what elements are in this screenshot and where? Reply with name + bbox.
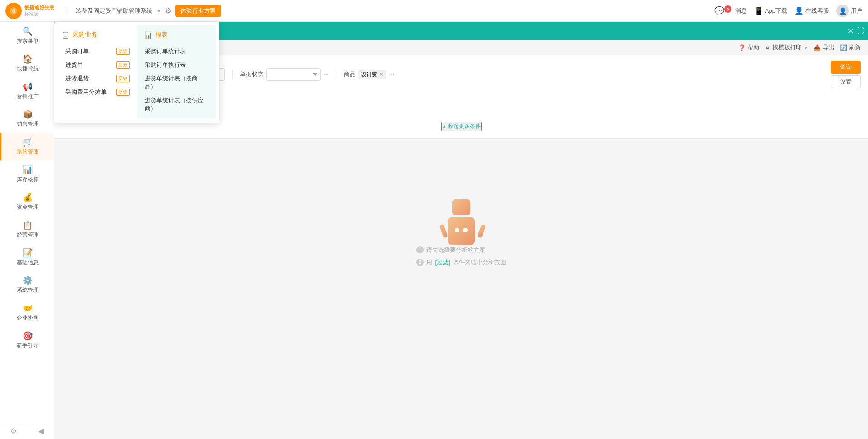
collapse-btn[interactable]: ∧ 收起更多条件: [441, 122, 482, 131]
purchase-order-label: 采购订单: [65, 47, 113, 55]
setting-btn[interactable]: 设置: [831, 75, 861, 88]
bottom-collapse-icon[interactable]: ◀: [38, 427, 44, 435]
system-title-dropdown[interactable]: ▼: [156, 8, 161, 14]
report-order-sum-label: 采购订单统计表: [145, 47, 209, 55]
purchase-icon: 🛒: [23, 137, 33, 147]
logo-area: 6 畅捷通好生意 标准版: [5, 3, 60, 19]
export-btn[interactable]: 📤 导出: [814, 44, 834, 52]
empty-state: 1 请先选择要分析的方案 2 用[过滤]条件来缩小分析范围: [54, 143, 868, 324]
message-badge: 5: [724, 5, 731, 13]
report-icon: 📊: [145, 31, 152, 39]
online-service-label: 在线客服: [805, 7, 829, 15]
logo-main-text: 畅捷通好生意: [24, 4, 54, 11]
user-btn[interactable]: 👤 用户: [836, 5, 863, 17]
tab-bar-right: ✕ ⛶: [848, 27, 864, 35]
search-icon: 🔍: [23, 26, 33, 36]
robot-illustration: [434, 199, 488, 245]
status-label: 单据状态: [240, 70, 263, 79]
goods-tag-close[interactable]: ✕: [379, 71, 384, 78]
report-in-goods-label: 进货单统计表（按商品）: [145, 74, 209, 91]
menu-item-report-order-sum[interactable]: 采购订单统计表: [141, 44, 213, 58]
app-download-label: App下载: [765, 7, 787, 15]
report-section: 📊 报表 采购订单统计表 采购订单执行表 进货单统计表（按商品） 进货单统计表（…: [137, 25, 216, 119]
btn-area: 查询 设置: [831, 61, 861, 88]
bottom-settings-icon[interactable]: ⚙: [10, 427, 17, 435]
message-label: 消息: [735, 7, 747, 15]
finance-icon: 💰: [23, 192, 33, 202]
goods-more-dots[interactable]: ···: [389, 71, 395, 78]
quicknav-icon: 🏠: [23, 54, 33, 64]
sidebar-item-quicknav[interactable]: 🏠 快捷导航: [0, 49, 54, 77]
logo-sub-text: 标准版: [24, 11, 54, 17]
sidebar-item-inventory[interactable]: 📊 库存核算: [0, 160, 54, 188]
sidebar-item-basic[interactable]: 📝 基础信息: [0, 243, 54, 271]
menu-item-report-in-goods[interactable]: 进货单统计表（按商品）: [141, 72, 213, 94]
sales-label: 销售管理: [17, 120, 39, 128]
help-btn[interactable]: ❓ 帮助: [738, 44, 759, 52]
sidebar-item-operation[interactable]: 📋 经营管理: [0, 216, 54, 243]
app-icon: 📱: [754, 6, 763, 15]
status-more-dots[interactable]: ···: [323, 71, 329, 78]
purchase-in-label: 进货单: [65, 61, 113, 69]
purchase-dropdown-menu: 📋 采购业务 采购订单 历史 进货单 历史 进货退货 历史 采购费用分摊单 历史…: [54, 22, 219, 123]
refresh-btn[interactable]: 🔄 刷新: [840, 44, 861, 52]
report-section-title: 📊 报表: [141, 29, 213, 41]
print-icon: 🖨: [765, 44, 770, 51]
finance-label: 资金管理: [17, 203, 39, 211]
sidebar: 🔍 搜索菜单 🏠 快捷导航 📢 营销推广 📦 销售管理 🛒 采购管理 📊 库存核…: [0, 22, 54, 439]
tab-close-all-icon[interactable]: ✕: [848, 27, 853, 35]
system-title: 装备及固定资产辅助管理系统: [76, 7, 152, 15]
robot-head: [452, 199, 470, 215]
purchase-order-hist: 历史: [116, 48, 130, 55]
filter-divider-2: [336, 70, 336, 79]
menu-item-purchase-return[interactable]: 进货退货 历史: [62, 72, 133, 85]
refresh-label: 刷新: [849, 44, 861, 52]
collapse-icon: ∧: [442, 123, 446, 130]
sidebar-item-system[interactable]: ⚙️ 系统管理: [0, 271, 54, 299]
settings-icon-btn[interactable]: ⚙: [165, 6, 171, 15]
inventory-label: 库存核算: [17, 176, 39, 183]
online-service-btn[interactable]: 👤 在线客服: [795, 6, 829, 15]
purchase-return-label: 进货退货: [65, 74, 113, 83]
app-download-btn[interactable]: 📱 App下载: [754, 6, 787, 15]
message-btn[interactable]: 💬 5 消息: [714, 6, 747, 16]
sidebar-item-marketing[interactable]: 📢 营销推广: [0, 77, 54, 105]
step1-num: 1: [416, 246, 424, 253]
export-label: 导出: [823, 44, 834, 52]
purchase-business-section: 📋 采购业务 采购订单 历史 进货单 历史 进货退货 历史 采购费用分摊单 历史: [58, 25, 137, 119]
robot-arm-right: [477, 224, 486, 238]
basic-icon: 📝: [23, 248, 33, 258]
print-dropdown-icon[interactable]: ▼: [804, 45, 808, 50]
menu-item-report-order-exec[interactable]: 采购订单执行表: [141, 58, 213, 72]
purchase-label: 采购管理: [17, 148, 39, 156]
sidebar-item-search[interactable]: 🔍 搜索菜单: [0, 22, 54, 49]
sidebar-item-sales[interactable]: 📦 销售管理: [0, 105, 54, 133]
menu-item-purchase-fee[interactable]: 采购费用分摊单 历史: [62, 85, 133, 99]
sidebar-item-guide[interactable]: 🎯 新手引导: [0, 326, 54, 354]
help-icon: ❓: [738, 44, 746, 51]
tab-fullscreen-icon[interactable]: ⛶: [857, 27, 864, 35]
menu-item-purchase-in[interactable]: 进货单 历史: [62, 58, 133, 72]
marketing-label: 营销推广: [17, 93, 39, 100]
purchase-business-title: 📋 采购业务: [62, 29, 133, 41]
logo-icon: 6: [5, 3, 22, 19]
operation-label: 经营管理: [17, 231, 39, 239]
status-select-wrap: [266, 68, 321, 81]
status-select[interactable]: [266, 68, 321, 81]
sidebar-item-purchase[interactable]: 🛒 采购管理: [0, 133, 54, 160]
query-btn[interactable]: 查询: [831, 61, 861, 74]
collapse-label: 收起更多条件: [448, 123, 481, 130]
purchase-fee-hist: 历史: [116, 89, 130, 96]
sidebar-item-enterprise[interactable]: 🤝 企业协同: [0, 299, 54, 326]
report-section-label: 报表: [155, 31, 168, 39]
sidebar-item-finance[interactable]: 💰 资金管理: [0, 188, 54, 216]
enterprise-icon: 🤝: [23, 303, 33, 313]
filter-right-actions: 查询 设置: [831, 61, 861, 88]
menu-item-purchase-order[interactable]: 采购订单 历史: [62, 44, 133, 58]
refresh-icon: 🔄: [840, 44, 847, 51]
industry-btn[interactable]: 体验行业方案: [175, 5, 221, 17]
top-bar-right: 💬 5 消息 📱 App下载 👤 在线客服 👤 用户: [714, 5, 863, 17]
export-icon: 📤: [814, 44, 821, 51]
print-btn[interactable]: 🖨 按模板打印 ▼: [765, 44, 808, 52]
menu-item-report-in-supplier[interactable]: 进货单统计表（按供应商）: [141, 94, 213, 115]
